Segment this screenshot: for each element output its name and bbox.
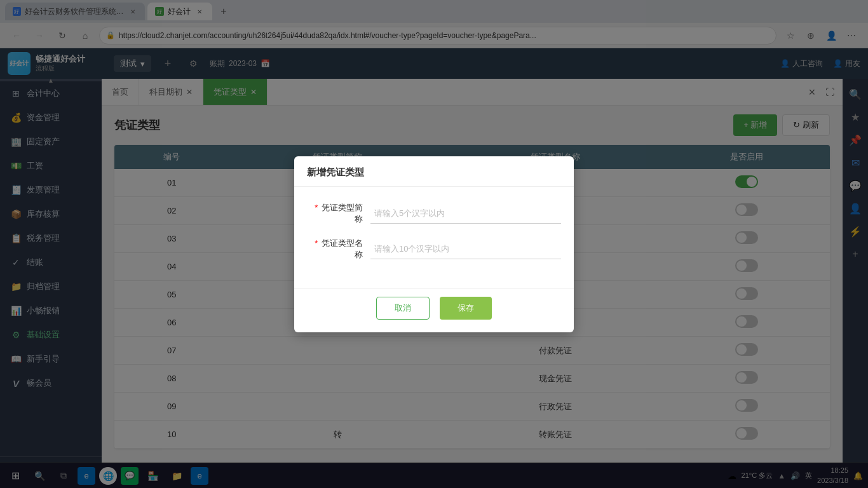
form-row-short: * 凭证类型简称: [307, 202, 561, 225]
field-short-input[interactable]: [370, 203, 561, 224]
form-row-name: * 凭证类型名称: [307, 238, 561, 261]
modal-body: * 凭证类型简称 * 凭证类型名称: [294, 187, 574, 288]
modal-footer: 取消 保存: [294, 288, 574, 332]
required-star-short: *: [315, 203, 318, 212]
modal-title: 新增凭证类型: [307, 166, 364, 177]
form-label-short: * 凭证类型简称: [307, 202, 370, 225]
modal-header: 新增凭证类型: [294, 156, 574, 187]
modal-overlay: 新增凭证类型 * 凭证类型简称 * 凭证类型名称 取消 保存: [0, 0, 868, 488]
save-button[interactable]: 保存: [440, 297, 492, 320]
cancel-button[interactable]: 取消: [376, 297, 430, 320]
field-name-input[interactable]: [370, 239, 561, 259]
new-voucher-modal: 新增凭证类型 * 凭证类型简称 * 凭证类型名称 取消 保存: [294, 156, 574, 332]
required-star-name: *: [315, 238, 318, 248]
form-label-name: * 凭证类型名称: [307, 238, 370, 261]
